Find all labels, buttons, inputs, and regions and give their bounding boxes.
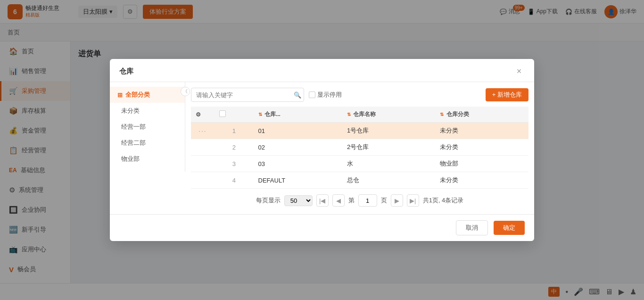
table-area: 🔍 显示停用 + 新增仓库 ⚙ xyxy=(185,82,534,214)
row-name-3: 水 xyxy=(342,156,436,172)
cancel-button[interactable]: 取消 xyxy=(456,220,488,235)
grid-icon: ⊞ xyxy=(117,92,123,99)
sort-icon-name: ⇅ xyxy=(347,112,351,117)
page-first-button[interactable]: |◀ xyxy=(316,194,329,207)
row-number-3: 3 xyxy=(232,160,236,167)
add-warehouse-button[interactable]: + 新增仓库 xyxy=(486,88,528,101)
category-unclassified[interactable]: 未分类 xyxy=(110,103,185,119)
modal-footer: 取消 确定 xyxy=(110,214,534,241)
row-actions-4 xyxy=(191,172,215,189)
confirm-button[interactable]: 确定 xyxy=(494,221,525,235)
row-name-1: 1号仓库 xyxy=(342,123,436,139)
row-code-1: 01 xyxy=(254,123,342,139)
row-code-2: 02 xyxy=(254,139,342,156)
row-actions-1: ··· xyxy=(191,123,215,139)
category-collapse-button[interactable]: 《 xyxy=(181,87,190,96)
warehouse-modal: 仓库 × ⊞ 全部分类 未分类 经营一部 经营二部 物业部 《 xyxy=(110,59,534,241)
page-prev-button[interactable]: ◀ xyxy=(332,194,345,207)
table-header-row: ⚙ ⇅ 仓库... ⇅ 仓库名称 xyxy=(191,107,528,123)
total-info: 共1页, 4条记录 xyxy=(423,196,464,205)
row-actions-2 xyxy=(191,139,215,156)
category-ops1[interactable]: 经营一部 xyxy=(110,119,185,135)
row-category-3: 物业部 xyxy=(435,156,528,172)
modal-header: 仓库 × xyxy=(110,59,534,82)
page-last-button[interactable]: ▶| xyxy=(407,194,419,207)
category-sidebar: ⊞ 全部分类 未分类 经营一部 经营二部 物业部 xyxy=(110,82,185,172)
modal-title: 仓库 xyxy=(119,67,133,76)
row-category-1: 未分类 xyxy=(435,123,528,139)
modal-overlay[interactable]: 仓库 × ⊞ 全部分类 未分类 经营一部 经营二部 物业部 《 xyxy=(0,0,644,300)
th-code-label: 仓库... xyxy=(264,111,281,117)
header-checkbox[interactable] xyxy=(219,110,226,117)
category-property[interactable]: 物业部 xyxy=(110,151,185,167)
table-row[interactable]: 2 02 2号仓库 未分类 xyxy=(191,139,528,156)
row-num-2: 2 xyxy=(215,139,254,156)
row-code-3: 03 xyxy=(254,156,342,172)
row-category-4: 未分类 xyxy=(435,172,528,189)
row-category-2: 未分类 xyxy=(435,139,528,156)
page-unit: 页 xyxy=(381,196,387,205)
per-page-label: 每页显示 xyxy=(256,196,281,205)
th-category-label: 仓库分类 xyxy=(446,111,469,117)
table-toolbar: 🔍 显示停用 + 新增仓库 xyxy=(191,88,528,102)
category-sidebar-wrap: ⊞ 全部分类 未分类 经营一部 经营二部 物业部 《 xyxy=(110,82,185,214)
row-actions-3 xyxy=(191,156,215,172)
show-disabled-label: 显示停用 xyxy=(317,91,342,99)
th-name: ⇅ 仓库名称 xyxy=(342,107,436,123)
row-num-4: 4 xyxy=(215,172,254,189)
row-name-4: 总仓 xyxy=(342,172,436,189)
table-body: ··· 1 01 1号仓库 未分类 xyxy=(191,123,528,189)
row-name-2: 2号仓库 xyxy=(342,139,436,156)
table-row[interactable]: 3 03 水 物业部 xyxy=(191,156,528,172)
show-disabled-checkbox[interactable]: 显示停用 xyxy=(309,91,342,99)
th-code: ⇅ 仓库... xyxy=(254,107,342,123)
row-number-2: 2 xyxy=(232,144,236,151)
category-ops2[interactable]: 经营二部 xyxy=(110,135,185,151)
more-icon-1[interactable]: ··· xyxy=(199,127,207,134)
category-all[interactable]: ⊞ 全部分类 xyxy=(110,87,185,103)
th-category: ⇅ 仓库分类 xyxy=(435,107,528,123)
row-number-1: 1 xyxy=(232,127,236,134)
row-num-3: 3 xyxy=(215,156,254,172)
table-scroll: ⚙ ⇅ 仓库... ⇅ 仓库名称 xyxy=(191,107,528,189)
table-row[interactable]: 4 DEFAULT 总仓 未分类 xyxy=(191,172,528,189)
row-num-1: 1 xyxy=(215,123,254,139)
page-next-button[interactable]: ▶ xyxy=(391,194,403,207)
per-page-select[interactable]: 50 20 100 xyxy=(284,195,313,206)
pagination: 每页显示 50 20 100 |◀ ◀ 第 页 ▶ ▶| 共1页, 4条记录 xyxy=(191,189,528,208)
modal-close-button[interactable]: × xyxy=(513,66,525,77)
row-number-4: 4 xyxy=(232,177,236,184)
th-actions: ⚙ xyxy=(191,107,215,123)
search-input[interactable] xyxy=(191,88,304,102)
th-checkbox xyxy=(215,107,254,123)
category-all-label: 全部分类 xyxy=(125,91,150,99)
sort-icon-category: ⇅ xyxy=(440,112,444,117)
table-head: ⚙ ⇅ 仓库... ⇅ 仓库名称 xyxy=(191,107,528,123)
sort-icon-code: ⇅ xyxy=(258,112,262,117)
search-wrap: 🔍 xyxy=(191,88,304,102)
page-number-input[interactable] xyxy=(358,194,377,207)
warehouse-table: ⚙ ⇅ 仓库... ⇅ 仓库名称 xyxy=(191,107,528,189)
table-row[interactable]: ··· 1 01 1号仓库 未分类 xyxy=(191,123,528,139)
search-icon[interactable]: 🔍 xyxy=(294,92,301,99)
row-code-4: DEFAULT xyxy=(254,172,342,189)
checkbox-icon xyxy=(309,92,315,98)
modal-body: ⊞ 全部分类 未分类 经营一部 经营二部 物业部 《 🔍 xyxy=(110,82,534,214)
page-label: 第 xyxy=(348,196,355,205)
th-name-label: 仓库名称 xyxy=(353,111,376,117)
